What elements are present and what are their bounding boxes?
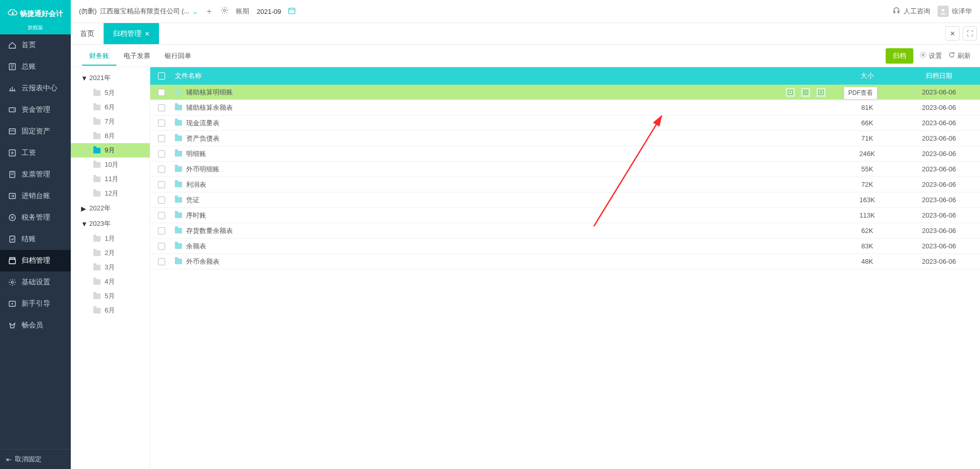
tree-month[interactable]: 12月 (71, 186, 150, 201)
nav-label: 固定资产 (22, 127, 50, 136)
row-checkbox[interactable] (158, 89, 165, 96)
pdf-view-icon[interactable] (816, 87, 826, 97)
row-checkbox[interactable] (158, 166, 165, 173)
nav-label: 首页 (22, 41, 36, 50)
table-row[interactable]: 外币余额表48K2023-06-06 (150, 254, 980, 269)
close-tab-button[interactable]: ✕ (945, 26, 959, 41)
tree-month[interactable]: 6月 (71, 303, 150, 318)
row-checkbox[interactable] (158, 258, 165, 265)
settings-button[interactable]: 设置 (919, 51, 942, 61)
archive-button[interactable]: 归档 (886, 48, 913, 64)
tree-month[interactable]: 11月 (71, 172, 150, 186)
tab-archive[interactable]: 归档管理 ✕ (104, 23, 159, 44)
sidebar-item-9[interactable]: 结账 (0, 228, 71, 250)
toolbar: 财务账电子发票银行回单 归档 设置 刷新 (71, 45, 980, 67)
fullscreen-button[interactable]: ⛶ (963, 26, 977, 41)
col-name[interactable]: 文件名称 (173, 71, 836, 81)
tree-year-0[interactable]: ▼2021年 (71, 70, 150, 86)
tree-year-2[interactable]: ▼2023年 (71, 216, 150, 231)
file-date: 2023-06-06 (898, 242, 980, 250)
archive-icon (8, 257, 16, 265)
sidebar-item-6[interactable]: 发票管理 (0, 164, 71, 185)
company-settings-button[interactable] (221, 6, 229, 16)
svg-rect-3 (9, 129, 15, 134)
sidebar-item-5[interactable]: 工资 (0, 142, 71, 164)
table-row[interactable]: 序时账113K2023-06-06 (150, 208, 980, 223)
tree-month[interactable]: 4月 (71, 275, 150, 289)
table-row[interactable]: 明细账246K2023-06-06 (150, 146, 980, 162)
subtab-1[interactable]: 电子发票 (116, 46, 157, 66)
period-label: 账期 (236, 7, 249, 16)
table-row[interactable]: 现金流量表66K2023-06-06 (150, 115, 980, 131)
tree-year-1[interactable]: ▶2022年 (71, 201, 150, 216)
sidebar-item-8[interactable]: 税务管理 (0, 207, 71, 228)
user-menu[interactable]: 徐泽华 (937, 6, 972, 17)
subtab-0[interactable]: 财务账 (82, 46, 116, 66)
add-company-button[interactable]: ＋ (205, 6, 213, 17)
file-name: 辅助核算余额表 (186, 103, 233, 112)
download-icon[interactable] (801, 87, 811, 97)
table-row[interactable]: 利润表72K2023-06-06 (150, 177, 980, 192)
tree-month[interactable]: 3月 (71, 260, 150, 275)
calendar-icon[interactable] (288, 7, 295, 16)
sidebar-item-11[interactable]: 基础设置 (0, 271, 71, 293)
sidebar-item-10[interactable]: 归档管理 (0, 250, 71, 271)
sidebar-item-12[interactable]: 新手引导 (0, 293, 71, 315)
sidebar-item-0[interactable]: 首页 (0, 34, 71, 56)
sidebar-item-2[interactable]: 云报表中心 (0, 77, 71, 99)
folder-icon (93, 236, 101, 242)
row-checkbox[interactable] (158, 197, 165, 204)
table-row[interactable]: 余额表83K2023-06-06 (150, 239, 980, 254)
row-checkbox[interactable] (158, 135, 165, 142)
svg-point-11 (11, 281, 13, 283)
tree-month[interactable]: 1月 (71, 231, 150, 246)
close-icon[interactable]: ✕ (145, 30, 150, 37)
row-checkbox[interactable] (158, 150, 165, 158)
row-checkbox[interactable] (158, 243, 165, 250)
unpin-button[interactable]: ⇤ 取消固定 (0, 449, 71, 469)
sidebar-item-1[interactable]: 总账 (0, 56, 71, 77)
col-date[interactable]: 归档日期 (898, 71, 980, 81)
tree-month[interactable]: 7月 (71, 114, 150, 129)
row-checkbox[interactable] (158, 181, 165, 188)
subtab-2[interactable]: 银行回单 (157, 46, 198, 66)
svg-point-15 (942, 9, 945, 12)
table-row[interactable]: 辅助核算明细账16K2023-06-06PDF查看 (150, 85, 980, 100)
refresh-button[interactable]: 刷新 (948, 51, 971, 61)
table-row[interactable]: 存货数量余额表62K2023-06-06 (150, 223, 980, 239)
row-checkbox[interactable] (158, 104, 165, 111)
select-all-checkbox[interactable] (158, 72, 165, 80)
sidebar-item-13[interactable]: 畅会员 (0, 315, 71, 336)
sidebar-item-4[interactable]: 固定资产 (0, 121, 71, 142)
folder-icon (175, 228, 182, 233)
period-value[interactable]: 2021-09 (256, 8, 281, 15)
folder-icon (175, 166, 182, 172)
company-selector[interactable]: (勿删) 江西服宝精品有限责任公司 (... ⌄ (79, 7, 198, 16)
sidebar-item-7[interactable]: 进销台账 (0, 185, 71, 207)
table-row[interactable]: 外币明细账55K2023-06-06 (150, 162, 980, 177)
invoice-icon (8, 170, 16, 179)
caret-icon: ▶ (81, 205, 86, 212)
guide-icon (8, 300, 16, 308)
tree-month[interactable]: 2月 (71, 246, 150, 260)
export-icon[interactable] (785, 87, 795, 97)
tree-month[interactable]: 10月 (71, 158, 150, 172)
col-size[interactable]: 大小 (836, 71, 898, 81)
nav-label: 发票管理 (22, 170, 50, 179)
tab-home[interactable]: 首页 (71, 23, 104, 44)
table-row[interactable]: 资产负债表71K2023-06-06 (150, 131, 980, 146)
table-row[interactable]: 凭证163K2023-06-06 (150, 192, 980, 208)
tree-month[interactable]: 8月 (71, 129, 150, 143)
support-button[interactable]: 人工咨询 (892, 7, 930, 16)
sidebar-item-3[interactable]: 资金管理 (0, 99, 71, 121)
tree-month[interactable]: 5月 (71, 289, 150, 303)
tree-month[interactable]: 5月 (71, 86, 150, 100)
tree-month[interactable]: 9月 (71, 143, 150, 158)
table-row[interactable]: 辅助核算余额表81K2023-06-06 (150, 100, 980, 115)
folder-tree-pane: ▼2021年5月6月7月8月9月10月11月12月▶2022年▼2023年1月2… (71, 67, 150, 469)
row-checkbox[interactable] (158, 227, 165, 234)
row-checkbox[interactable] (158, 120, 165, 127)
row-checkbox[interactable] (158, 212, 165, 219)
file-name: 明细账 (186, 149, 206, 159)
tree-month[interactable]: 6月 (71, 100, 150, 114)
